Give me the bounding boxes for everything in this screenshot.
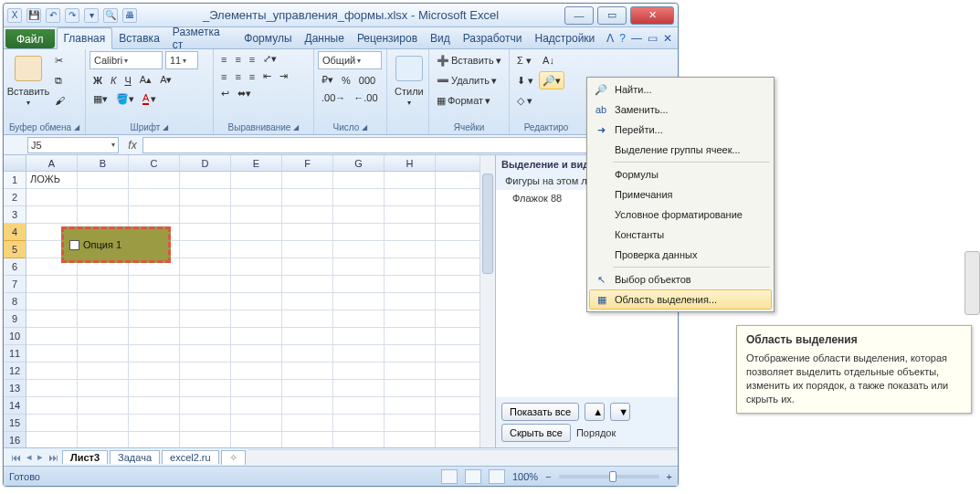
font-size-combo[interactable]: 11▾ (165, 51, 198, 69)
align-top-button[interactable]: ≡ (217, 51, 230, 67)
menu-data-validation[interactable]: Проверка данных (589, 245, 772, 265)
decrease-indent-button[interactable]: ⇤ (259, 68, 275, 84)
sheet-tab[interactable]: excel2.ru (162, 450, 219, 464)
file-tab[interactable]: Файл (5, 29, 55, 48)
move-down-button[interactable]: ▼ (610, 403, 630, 421)
row-headers[interactable]: 1 2 3 4 5 6 7 8 9 10 11 12 13 14 15 16 (4, 172, 26, 447)
bold-button[interactable]: Ж (90, 72, 106, 88)
sort-filter-button[interactable]: A↓ (539, 51, 564, 69)
form-control-checkbox[interactable]: Опция 1 (61, 226, 171, 263)
cell-a1[interactable]: ЛОЖЬ (27, 173, 63, 185)
page-layout-view-button[interactable] (465, 469, 481, 484)
dialog-launcher-icon[interactable]: ◢ (362, 123, 367, 131)
tab-nav-next-icon[interactable]: ▸ (36, 451, 45, 463)
dialog-launcher-icon[interactable]: ◢ (74, 123, 79, 131)
fill-color-button[interactable]: 🪣▾ (112, 90, 138, 107)
new-sheet-button[interactable]: ✧ (221, 450, 246, 465)
tab-developer[interactable]: Разработчи (457, 27, 529, 48)
copy-button[interactable]: ⧉ (51, 71, 68, 89)
zoom-percent[interactable]: 100% (512, 471, 538, 482)
menu-goto[interactable]: ➜Перейти... (589, 120, 772, 140)
underline-button[interactable]: Ч (121, 72, 134, 88)
undo-icon[interactable]: ↶ (46, 8, 60, 23)
minimize-button[interactable]: — (564, 6, 594, 25)
increase-indent-button[interactable]: ⇥ (276, 68, 291, 84)
redo-icon[interactable]: ↷ (65, 8, 79, 23)
increase-font-button[interactable]: A▴ (136, 72, 155, 88)
italic-button[interactable]: К (107, 72, 120, 88)
zoom-in-button[interactable]: + (667, 471, 672, 482)
mdi-restore-icon[interactable]: ▭ (648, 32, 658, 45)
menu-replace[interactable]: abЗаменить... (589, 100, 772, 120)
insert-cells-button[interactable]: ➕ Вставить ▾ (433, 51, 505, 69)
paste-button[interactable]: Вставить ▾ (7, 51, 49, 117)
print-preview-icon[interactable]: 🔍 (103, 8, 118, 23)
fx-icon[interactable]: fx (122, 139, 142, 152)
excel-icon[interactable]: X (7, 8, 22, 23)
browser-scrollbar[interactable] (964, 251, 980, 315)
format-cells-button[interactable]: ▦ Формат ▾ (433, 91, 505, 110)
sheet-tab[interactable]: Лист3 (62, 450, 108, 464)
select-all-corner[interactable] (4, 155, 26, 172)
tab-nav-prev-icon[interactable]: ◂ (25, 451, 34, 463)
menu-conditional-formatting[interactable]: Условное форматирование (589, 205, 772, 225)
vertical-scrollbar[interactable] (479, 155, 495, 447)
save-icon[interactable]: 💾 (26, 8, 41, 23)
find-select-button[interactable]: 🔎▾ (539, 71, 564, 89)
close-button[interactable]: ✕ (630, 6, 674, 25)
mdi-minimize-icon[interactable]: — (631, 32, 642, 45)
sheet-tab[interactable]: Задача (110, 450, 160, 464)
styles-button[interactable]: Стили ▾ (391, 51, 427, 117)
tab-formulas[interactable]: Формулы (237, 27, 298, 48)
zoom-out-button[interactable]: − (545, 471, 551, 482)
menu-select-objects[interactable]: ↖Выбор объектов (589, 269, 772, 289)
menu-find[interactable]: 🔎Найти... (589, 79, 772, 100)
clear-button[interactable]: ◇ ▾ (513, 91, 537, 110)
name-box[interactable]: J5▾ (27, 137, 119, 153)
tab-data[interactable]: Данные (299, 27, 351, 48)
worksheet[interactable]: A B C D E F G H 1 2 3 4 5 6 7 8 9 10 11 (4, 155, 495, 447)
percent-format-button[interactable]: % (338, 72, 354, 88)
number-format-combo[interactable]: Общий▾ (318, 51, 382, 69)
merge-center-button[interactable]: ⬌▾ (234, 86, 255, 101)
cells[interactable]: ЛОЖЬ Опция 1 (26, 172, 495, 447)
maximize-button[interactable]: ▭ (597, 6, 627, 25)
help-icon[interactable]: ? (619, 32, 626, 45)
menu-selection-pane[interactable]: ▦Область выделения... (589, 289, 772, 310)
align-left-button[interactable]: ≡ (217, 68, 230, 84)
orientation-button[interactable]: ⤢▾ (259, 51, 280, 67)
decrease-font-button[interactable]: A▾ (156, 72, 175, 88)
align-bottom-button[interactable]: ≡ (246, 51, 258, 67)
align-right-button[interactable]: ≡ (246, 68, 258, 84)
dialog-launcher-icon[interactable]: ◢ (293, 123, 299, 131)
tab-addins[interactable]: Надстройки (528, 27, 601, 48)
tab-review[interactable]: Рецензиров (351, 27, 424, 48)
fill-button[interactable]: ⬇ ▾ (513, 71, 537, 89)
font-name-combo[interactable]: Calibri▾ (90, 51, 163, 69)
tab-layout[interactable]: Разметка ст (166, 27, 238, 48)
page-break-view-button[interactable] (489, 469, 505, 484)
dialog-launcher-icon[interactable]: ◢ (163, 123, 168, 131)
horizontal-scrollbar[interactable] (248, 449, 678, 465)
delete-cells-button[interactable]: ➖ Удалить ▾ (433, 71, 505, 89)
tab-insert[interactable]: Вставка (112, 27, 166, 48)
normal-view-button[interactable] (441, 469, 458, 484)
tab-home[interactable]: Главная (57, 27, 113, 49)
mdi-close-icon[interactable]: ✕ (663, 32, 672, 45)
menu-formulas[interactable]: Формулы (589, 164, 772, 184)
autosum-button[interactable]: Σ ▾ (513, 51, 537, 69)
align-middle-button[interactable]: ≡ (231, 51, 244, 67)
wrap-text-button[interactable]: ↩ (217, 86, 233, 101)
checkbox-icon[interactable] (69, 240, 79, 250)
border-button[interactable]: ▦▾ (90, 90, 111, 107)
menu-constants[interactable]: Константы (589, 225, 772, 245)
tab-view[interactable]: Вид (424, 27, 457, 48)
decrease-decimal-button[interactable]: ←.00 (350, 90, 381, 105)
menu-comments[interactable]: Примечания (589, 184, 772, 205)
font-color-button[interactable]: A▾ (139, 90, 160, 107)
increase-decimal-button[interactable]: .00→ (318, 90, 349, 105)
qat-more-icon[interactable]: ▾ (84, 8, 99, 23)
quick-print-icon[interactable]: 🖶 (122, 8, 137, 23)
tab-nav-last-icon[interactable]: ⏭ (47, 452, 60, 463)
zoom-slider[interactable] (559, 475, 659, 478)
